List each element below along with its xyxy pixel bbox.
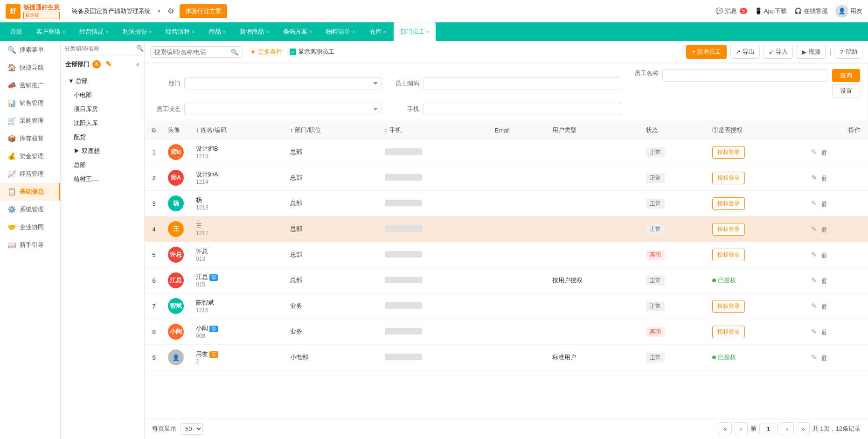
edit-icon[interactable]: ✎ (811, 276, 817, 285)
tab-profit[interactable]: 利润报告× (116, 22, 158, 41)
dept-collapse-icon[interactable]: « (136, 61, 139, 68)
edit-icon[interactable]: ✎ (811, 251, 817, 259)
settings-icon[interactable]: ⚙ (167, 7, 174, 15)
authorize-button[interactable]: 授权登录 (712, 326, 745, 338)
delete-icon[interactable]: 🗑 (821, 174, 828, 182)
filter-btn[interactable]: ▼ 更多条件 (246, 46, 286, 58)
dept-node-zhishu[interactable]: 植树王二 (61, 172, 144, 186)
experience-button[interactable]: 体验行业方案 (180, 4, 227, 18)
delete-icon[interactable]: 🗑 (821, 200, 828, 208)
prev-page-btn[interactable]: ‹ (735, 422, 748, 435)
last-page-btn[interactable]: » (797, 422, 810, 435)
filter-empname-input[interactable] (662, 69, 828, 82)
page-input[interactable] (759, 424, 778, 434)
col-settings[interactable]: ⚙ (145, 121, 163, 139)
close-icon[interactable]: × (105, 29, 108, 35)
delete-icon[interactable]: 🗑 (821, 302, 828, 310)
add-employee-button[interactable]: + 新增员工 (686, 45, 727, 59)
export-button[interactable]: ↗ 导出 (730, 45, 760, 59)
query-button[interactable]: 查询 (832, 69, 860, 82)
authorize-button[interactable]: 授权登录 (712, 172, 745, 184)
dept-node-general[interactable]: ▼ 总部 (61, 74, 144, 88)
delete-icon[interactable]: 🗑 (821, 225, 828, 233)
sidebar-item-inventory[interactable]: 📦 库存核算 (0, 130, 60, 147)
delete-icon[interactable]: 🗑 (821, 251, 828, 259)
import-button[interactable]: ↙ 导入 (764, 45, 793, 59)
tab-employees[interactable]: 部门员工× (394, 22, 436, 41)
view-button[interactable]: ▶ 视频 (797, 45, 826, 59)
sidebar-item-quicknav[interactable]: 🏠 快捷导航 (0, 59, 60, 77)
authorize-button[interactable]: 授权登录 (712, 300, 745, 313)
edit-icon[interactable]: ✎ (811, 353, 817, 362)
dept-node-hq[interactable]: 总部 (61, 158, 144, 172)
tab-warehouse[interactable]: 仓库× (363, 22, 393, 41)
edit-icon[interactable]: ✎ (811, 225, 817, 233)
first-page-btn[interactable]: « (719, 422, 732, 435)
dept-node-shenyang[interactable]: 沈阳大库 (61, 116, 144, 130)
app-download-btn[interactable]: 📱 App下载 (755, 7, 787, 15)
close-icon[interactable]: × (149, 29, 152, 35)
sidebar-item-marketing[interactable]: 📣 营销推广 (0, 77, 60, 94)
tab-bom[interactable]: 物料清单× (319, 22, 361, 41)
close-icon[interactable]: × (383, 29, 386, 35)
system-dropdown-icon[interactable]: ▼ (156, 8, 162, 14)
sidebar-item-cooperation[interactable]: 🤝 企业协同 (0, 218, 60, 236)
sidebar-item-purchase[interactable]: 🛒 采购管理 (0, 112, 60, 130)
close-icon[interactable]: × (426, 29, 429, 35)
sidebar-item-basic-info[interactable]: 📋 基础信息 (0, 183, 60, 201)
filter-empcode-input[interactable] (423, 77, 621, 90)
tab-barcode[interactable]: 条码方案× (277, 22, 319, 41)
online-service-btn[interactable]: 🎧 在线客服 (794, 7, 828, 15)
tab-customer[interactable]: 客户联络× (30, 22, 72, 41)
sidebar-item-search[interactable]: 🔍 搜索菜单 (0, 41, 60, 59)
sidebar-item-management[interactable]: 📈 经营管理 (0, 165, 60, 183)
dept-header[interactable]: 全部部门 8 ✎ « (61, 56, 144, 72)
reset-button[interactable]: 设置 (832, 84, 860, 98)
dept-edit-icon[interactable]: ✎ (105, 60, 111, 69)
dept-node-shuanglu[interactable]: ▶ 双鹿想 (61, 144, 144, 158)
edit-icon[interactable]: ✎ (811, 302, 817, 310)
dept-node-small-elec[interactable]: 小电部 (61, 88, 144, 102)
close-icon[interactable]: × (192, 29, 194, 35)
sidebar-item-finance[interactable]: 💰 资金管理 (0, 147, 60, 165)
delete-icon[interactable]: 🗑 (821, 328, 828, 336)
sidebar-item-sales[interactable]: 📊 销售管理 (0, 94, 60, 112)
edit-icon[interactable]: ✎ (811, 199, 817, 208)
edit-icon[interactable]: ✎ (811, 328, 817, 336)
filter-dept-select[interactable] (184, 77, 382, 90)
close-icon[interactable]: × (309, 29, 312, 35)
dept-node-project[interactable]: 项目库房 (61, 102, 144, 116)
close-icon[interactable]: × (352, 29, 355, 35)
sidebar-item-system[interactable]: ⚙️ 系统管理 (0, 201, 60, 218)
tab-operation[interactable]: 经营情况× (73, 22, 115, 41)
tab-new-goods[interactable]: 新增商品× (233, 22, 275, 41)
next-page-btn[interactable]: › (781, 422, 794, 435)
edit-icon[interactable]: ✎ (811, 148, 817, 156)
authorize-button[interactable]: 授权登录 (712, 249, 745, 261)
close-icon[interactable]: × (223, 29, 226, 35)
show-resigned-toggle[interactable]: ✓ 显示离职员工 (290, 48, 334, 56)
close-icon[interactable]: × (62, 29, 65, 35)
filter-phone-input[interactable] (423, 103, 621, 115)
filter-empstatus-select[interactable] (184, 103, 382, 115)
delete-icon[interactable]: 🗑 (821, 354, 828, 362)
authorize-button[interactable]: 授权登录 (712, 223, 745, 236)
message-btn[interactable]: 💬 消息 5 (715, 7, 747, 15)
close-icon[interactable]: × (266, 29, 269, 35)
sidebar-item-guide[interactable]: 📖 新手引导 (0, 236, 60, 254)
tab-goods[interactable]: 商品× (202, 22, 232, 41)
per-page-select[interactable]: 50 (180, 423, 203, 435)
delete-icon[interactable]: 🗑 (821, 148, 828, 156)
dept-search-input[interactable] (64, 45, 134, 52)
dept-node-distribution[interactable]: 配货 (61, 130, 144, 144)
edit-icon[interactable]: ✎ (811, 174, 817, 182)
tab-home[interactable]: 首页 (4, 22, 29, 41)
tab-history[interactable]: 经营历程× (159, 22, 201, 41)
delete-icon[interactable]: 🗑 (821, 277, 828, 285)
authorize-button[interactable]: 授权登录 (712, 146, 745, 159)
help-button[interactable]: ? 帮助 (835, 45, 862, 59)
search-icon-toolbar[interactable]: 🔍 (231, 49, 238, 56)
search-input[interactable] (154, 49, 229, 56)
user-btn[interactable]: 👤 用友 (835, 5, 862, 18)
authorize-button[interactable]: 授权登录 (712, 197, 745, 210)
